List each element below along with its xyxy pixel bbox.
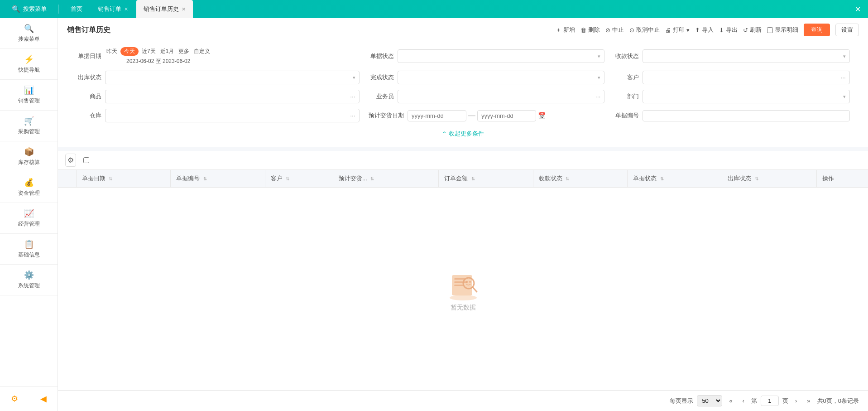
- tab-sales-order-history-close[interactable]: ✕: [182, 6, 186, 12]
- prev-page-btn[interactable]: ‹: [739, 396, 748, 406]
- export-button[interactable]: ⬇ 导出: [719, 26, 738, 34]
- settings-button[interactable]: 设置: [835, 24, 859, 36]
- tab-sales-order-history[interactable]: 销售订单历史 ✕: [136, 0, 193, 18]
- product-select[interactable]: ···: [105, 90, 360, 103]
- new-button[interactable]: ＋ 新增: [556, 26, 575, 34]
- date-tab-yesterday[interactable]: 昨天: [105, 47, 119, 56]
- sidebar-item-purchase-mgmt[interactable]: 🛒 采购管理: [0, 111, 58, 141]
- sidebar-item-operations-label: 经营管理: [18, 220, 40, 228]
- page-input[interactable]: [761, 396, 779, 406]
- table-area: ⚙ 单据日期 ⇅ 单据编号 ⇅: [58, 151, 868, 390]
- date-tab-1month[interactable]: 近1月: [159, 47, 176, 56]
- sidebar-item-finance[interactable]: 💰 资金管理: [0, 172, 58, 203]
- per-page-select[interactable]: 50 10 20 100: [697, 395, 722, 406]
- delivery-status-control[interactable]: ▾: [105, 71, 360, 84]
- payment-status-control[interactable]: ▾: [643, 49, 850, 63]
- salesperson-label: 业务员: [369, 92, 394, 101]
- sidebar-item-basic-info[interactable]: 📋 基础信息: [0, 234, 58, 265]
- svg-point-7: [466, 281, 468, 283]
- sidebar-item-quick-nav[interactable]: ⚡ 快捷导航: [0, 49, 58, 80]
- th-expected-date[interactable]: 预计交货... ⇅: [333, 170, 438, 188]
- svg-point-8: [469, 281, 471, 283]
- operations-icon: 📈: [24, 208, 34, 218]
- complete-status-arrow: ▾: [598, 75, 600, 81]
- expected-date-from[interactable]: [408, 110, 466, 121]
- complete-status-control[interactable]: ▾: [398, 71, 605, 84]
- tab-home[interactable]: 首页: [63, 0, 90, 18]
- date-tab-today[interactable]: 今天: [120, 47, 139, 56]
- cancel-stop-button[interactable]: ⊙ 取消中止: [629, 26, 660, 34]
- delivery-status-field: 出库状态 ▾: [76, 71, 360, 84]
- delete-button[interactable]: 🗑 删除: [580, 26, 600, 34]
- date-tab-more[interactable]: 更多: [177, 47, 191, 56]
- bill-no-control[interactable]: [643, 110, 850, 121]
- customer-control[interactable]: ···: [643, 71, 850, 84]
- sidebar-item-search-menu[interactable]: 🔍 搜索菜单: [0, 18, 58, 49]
- first-page-btn[interactable]: «: [726, 396, 735, 406]
- expected-date-to[interactable]: [477, 110, 536, 121]
- sidebar-item-inventory[interactable]: 📦 库存核算: [0, 141, 58, 172]
- th-customer[interactable]: 客户 ⇅: [265, 170, 333, 188]
- customer-dots[interactable]: ···: [840, 74, 846, 81]
- search-menu-icon: 🔍: [12, 5, 20, 13]
- display-cols-label: 显示明细: [775, 26, 798, 34]
- date-label: 单据日期: [76, 52, 101, 60]
- search-menu-area[interactable]: 🔍 搜索菜单: [5, 5, 54, 13]
- bill-no-input[interactable]: [643, 110, 850, 121]
- select-all-checkbox[interactable]: [83, 157, 89, 163]
- calendar-icon-right[interactable]: 📅: [538, 112, 546, 119]
- bill-status-select[interactable]: ▾: [398, 49, 605, 63]
- th-number[interactable]: 单据编号 ⇅: [171, 170, 265, 188]
- payment-status-label: 收款状态: [614, 52, 639, 60]
- date-tab-7days[interactable]: 近7天: [140, 47, 157, 56]
- th-bill-status[interactable]: 单据状态 ⇅: [628, 170, 722, 188]
- sidebar-item-sales-mgmt[interactable]: 📊 销售管理: [0, 80, 58, 111]
- th-delivery-status[interactable]: 出库状态 ⇅: [722, 170, 817, 188]
- warehouse-select[interactable]: ···: [105, 109, 360, 122]
- table-settings-icon[interactable]: ⚙: [65, 154, 76, 167]
- settings-bottom-icon[interactable]: ⚙: [8, 391, 21, 406]
- print-button[interactable]: 🖨 打印 ▾: [665, 26, 690, 34]
- system-icon: ⚙️: [24, 270, 34, 280]
- department-control[interactable]: ▾: [643, 90, 850, 103]
- bill-status-control[interactable]: ▾: [398, 49, 605, 63]
- th-amount[interactable]: 订单金额 ⇅: [439, 170, 533, 188]
- salesperson-select[interactable]: ···: [398, 90, 605, 103]
- th-payment-status[interactable]: 收款状态 ⇅: [533, 170, 628, 188]
- warehouse-control[interactable]: ···: [105, 109, 360, 122]
- date-tab-custom[interactable]: 自定义: [192, 47, 211, 56]
- product-dots[interactable]: ···: [350, 93, 355, 100]
- th-date[interactable]: 单据日期 ⇅: [76, 170, 171, 188]
- sidebar-item-system[interactable]: ⚙️ 系统管理: [0, 265, 58, 295]
- import-button[interactable]: ⬆ 导入: [695, 26, 714, 34]
- department-select[interactable]: ▾: [643, 90, 850, 103]
- purchase-mgmt-icon: 🛒: [24, 116, 34, 126]
- next-page-btn[interactable]: ›: [792, 396, 800, 406]
- sidebar-item-operations[interactable]: 📈 经营管理: [0, 203, 58, 234]
- empty-text: 暂无数据: [451, 304, 476, 312]
- delivery-status-select[interactable]: ▾: [105, 71, 360, 84]
- collapse-more[interactable]: ⌃ 收起更多条件: [76, 128, 850, 141]
- product-control[interactable]: ···: [105, 90, 360, 103]
- collapse-sidebar-icon[interactable]: ◀: [38, 391, 49, 406]
- tab-sales-order[interactable]: 销售订单 ✕: [91, 0, 135, 18]
- warehouse-dots[interactable]: ···: [350, 112, 355, 119]
- salesperson-control[interactable]: ···: [398, 90, 605, 103]
- date-tabs: 昨天 今天 近7天 近1月 更多 自定义: [105, 47, 211, 56]
- customer-select[interactable]: ···: [643, 71, 850, 84]
- payment-status-select[interactable]: ▾: [643, 49, 850, 63]
- sort-number-icon: ⇅: [203, 176, 207, 181]
- tab-sales-order-close[interactable]: ✕: [124, 6, 128, 12]
- display-toggle[interactable]: 显示明细: [767, 26, 798, 34]
- display-cols-checkbox[interactable]: [767, 27, 773, 33]
- quick-nav-icon: ⚡: [24, 54, 34, 64]
- complete-status-select[interactable]: ▾: [398, 71, 605, 84]
- total-info: 共0页，0条记录: [817, 397, 859, 405]
- salesperson-dots[interactable]: ···: [595, 93, 601, 100]
- query-button[interactable]: 查询: [804, 24, 830, 36]
- window-close-icon[interactable]: ✕: [852, 5, 863, 14]
- stop-button[interactable]: ⊘ 中止: [605, 26, 624, 34]
- refresh-button[interactable]: ↺ 刷新: [743, 26, 762, 34]
- last-page-btn[interactable]: »: [804, 396, 813, 406]
- search-menu-icon: 🔍: [24, 24, 34, 34]
